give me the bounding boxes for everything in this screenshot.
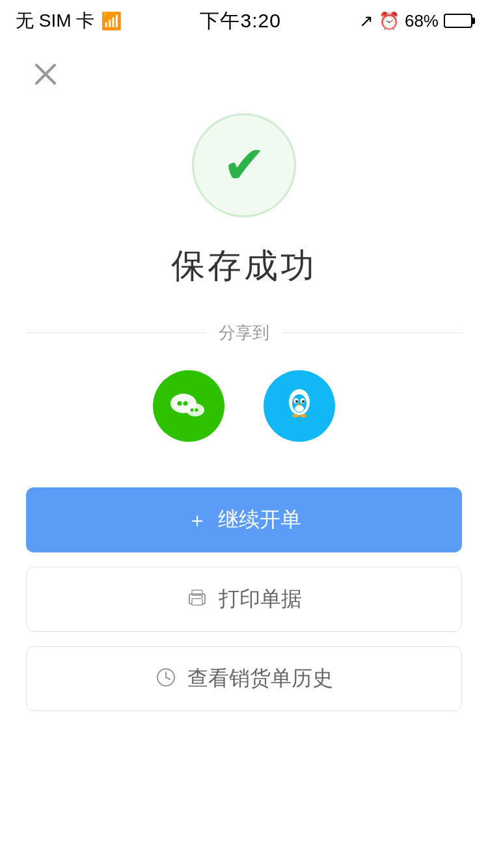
- svg-point-4: [183, 401, 188, 406]
- clock-icon: [155, 666, 177, 692]
- svg-point-12: [295, 400, 298, 403]
- share-label: 分享到: [219, 321, 269, 344]
- share-icons-row: [153, 370, 335, 442]
- continue-label: 继续开单: [218, 506, 301, 534]
- battery-percent: 68%: [405, 11, 439, 31]
- print-label: 打印单据: [219, 585, 302, 614]
- wechat-icon: [167, 384, 211, 428]
- close-button[interactable]: [26, 55, 65, 94]
- svg-point-3: [178, 401, 182, 406]
- history-label: 查看销货单历史: [187, 664, 333, 693]
- status-bar: 无 SIM 卡 📶 下午3:20 ↗ ⏰ 68%: [0, 0, 488, 42]
- divider-right: [282, 332, 462, 333]
- divider-left: [26, 332, 206, 333]
- main-content: ✔ 保存成功 分享到: [0, 42, 488, 737]
- share-divider: 分享到: [26, 321, 462, 344]
- svg-point-21: [202, 595, 204, 597]
- share-qq-button[interactable]: [264, 370, 335, 442]
- svg-line-24: [166, 677, 170, 679]
- plus-icon: ＋: [187, 509, 208, 530]
- clock-svg-icon: [155, 666, 177, 688]
- print-svg-icon: [186, 587, 208, 609]
- print-button[interactable]: 打印单据: [26, 567, 462, 632]
- wifi-icon: 📶: [101, 11, 122, 31]
- svg-point-7: [195, 409, 198, 412]
- check-icon: ✔: [223, 139, 266, 191]
- battery-icon: [444, 14, 472, 28]
- history-button[interactable]: 查看销货单历史: [26, 646, 462, 711]
- svg-point-6: [191, 409, 194, 412]
- location-icon: ↗: [359, 11, 373, 31]
- svg-point-17: [300, 414, 306, 418]
- success-icon-circle: ✔: [192, 113, 296, 217]
- alarm-icon: ⏰: [379, 11, 400, 31]
- sim-label: 无 SIM 卡: [16, 8, 94, 33]
- close-icon: [34, 62, 57, 86]
- svg-rect-19: [192, 599, 202, 605]
- svg-point-16: [292, 414, 299, 418]
- share-wechat-button[interactable]: [153, 370, 224, 442]
- success-title: 保存成功: [171, 243, 317, 289]
- action-buttons: ＋ 继续开单 打印单据: [26, 487, 462, 711]
- qq-icon: [277, 384, 321, 428]
- svg-point-13: [302, 400, 305, 403]
- svg-point-15: [295, 405, 304, 412]
- status-left: 无 SIM 卡 📶: [16, 8, 122, 33]
- status-right: ↗ ⏰ 68%: [359, 11, 472, 31]
- print-icon: [186, 587, 208, 612]
- status-time: 下午3:20: [200, 8, 280, 34]
- continue-button[interactable]: ＋ 继续开单: [26, 487, 462, 552]
